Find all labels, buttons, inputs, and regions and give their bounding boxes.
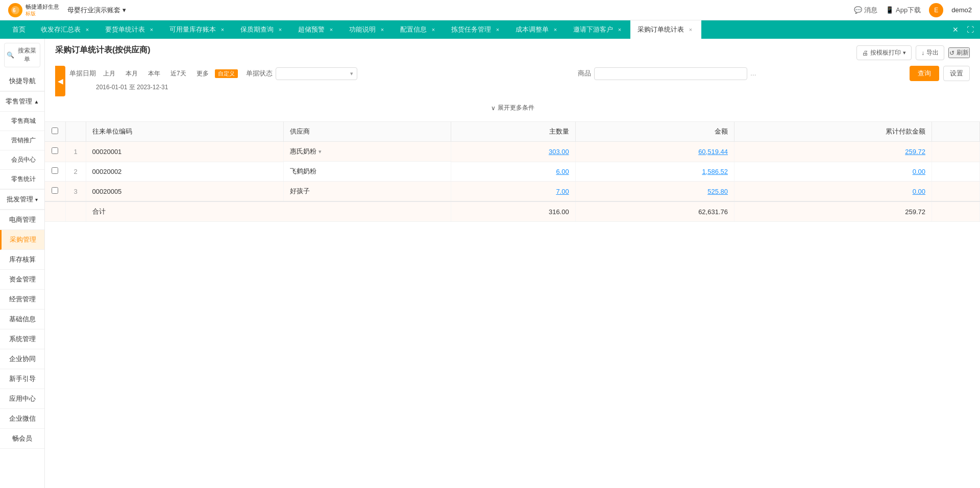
app-download-button[interactable]: 📱 App下载: [886, 6, 921, 15]
expand-more-button[interactable]: ∨ 展开更多条件: [55, 100, 970, 115]
workspace-selector[interactable]: 母婴行业演示账套 ▾: [63, 4, 130, 17]
sidebar-item-retail-stats[interactable]: 零售统计: [0, 170, 44, 189]
close-icon[interactable]: ×: [430, 26, 437, 33]
sidebar-item-retail-mgmt[interactable]: 零售管理 ▲: [0, 92, 44, 112]
print-button[interactable]: 🖨 按模板打印 ▾: [856, 45, 912, 60]
th-amount[interactable]: 金额: [575, 122, 734, 142]
query-button[interactable]: 查询: [910, 66, 939, 81]
close-icon[interactable]: ×: [84, 26, 91, 33]
close-icon[interactable]: ×: [552, 26, 559, 33]
sidebar-item-purchase-mgmt[interactable]: 采购管理: [0, 230, 44, 250]
tab-home[interactable]: 首页: [4, 20, 34, 39]
close-icon[interactable]: ×: [687, 26, 694, 33]
more-options-button[interactable]: …: [750, 70, 756, 77]
tab-expiry-query[interactable]: 保质期查询 ×: [233, 20, 291, 39]
header-top-row: 采购订单统计表(按供应商) 🖨 按模板打印 ▾ ↓ 导出 ↺ 刷新: [55, 45, 970, 61]
tab-invite-downstream[interactable]: 邀请下游客户 ×: [566, 20, 630, 39]
cell-amount[interactable]: 60,519.44: [575, 142, 734, 162]
cell-checkbox: [45, 182, 65, 202]
cell-amount[interactable]: 525.80: [575, 182, 734, 202]
close-icon[interactable]: ×: [494, 26, 501, 33]
sidebar-item-inventory-check[interactable]: 库存核算: [0, 250, 44, 270]
sidebar-item-wholesale-mgmt[interactable]: 批发管理 ▾: [0, 190, 44, 210]
settings-button[interactable]: 设置: [943, 66, 970, 81]
tab-inventory-book[interactable]: 可用量库存账本 ×: [162, 20, 233, 39]
cell-supplier-name: 惠氏奶粉 ▾: [284, 142, 451, 162]
th-supplier-code[interactable]: 往来单位编码: [86, 122, 283, 142]
sidebar-item-ecommerce[interactable]: 电商管理: [0, 210, 44, 230]
table-header: 往来单位编码 供应商 主数量 金额 累计付款金额: [45, 122, 980, 142]
row-checkbox[interactable]: [52, 167, 58, 174]
sidebar-item-ops-mgmt[interactable]: 经营管理: [0, 290, 44, 310]
close-icon[interactable]: ×: [328, 26, 335, 33]
page-content: 采购订单统计表(按供应商) 🖨 按模板打印 ▾ ↓ 导出 ↺ 刷新: [45, 39, 980, 488]
date-shortcut-last-month[interactable]: 上月: [99, 68, 119, 79]
sidebar-item-new-guide[interactable]: 新手引导: [0, 369, 44, 389]
th-paid-amount[interactable]: 累计付款金额: [734, 122, 932, 142]
date-shortcut-last-7days[interactable]: 近7天: [166, 68, 190, 79]
sidebar-item-quick-nav[interactable]: 快捷导航: [0, 71, 44, 91]
tab-function-desc[interactable]: 功能说明 ×: [342, 20, 393, 39]
goods-input[interactable]: [594, 67, 747, 80]
sidebar-section-retail: 零售管理 ▲ 零售商城 营销推广 会员中心 零售统计: [0, 92, 44, 190]
tab-config-info[interactable]: 配置信息 ×: [393, 20, 444, 39]
cell-row-num: 1: [65, 142, 86, 162]
logo-icon: 6: [8, 3, 22, 17]
row-checkbox[interactable]: [52, 147, 58, 154]
cell-main-qty[interactable]: 303.00: [451, 142, 575, 162]
close-all-tabs-icon[interactable]: ✕: [950, 23, 961, 36]
close-icon[interactable]: ×: [379, 26, 386, 33]
footer-spacer: [932, 201, 980, 222]
footer-amount: 62,631.76: [575, 201, 734, 222]
tab-purchase-stat[interactable]: 采购订单统计表 ×: [630, 20, 701, 39]
cell-paid-amount[interactable]: 259.72: [734, 142, 932, 162]
sidebar-item-vip-member[interactable]: 畅会员: [0, 429, 44, 449]
cell-main-qty[interactable]: 6.00: [451, 162, 575, 182]
sidebar-item-member-center[interactable]: 会员中心: [0, 150, 44, 170]
sidebar-item-retail-mall[interactable]: 零售商城: [0, 112, 44, 131]
fullscreen-icon[interactable]: ⛶: [965, 23, 976, 36]
cell-supplier-name: 飞鹤奶粉: [283, 162, 451, 182]
refresh-button[interactable]: ↺ 刷新: [948, 47, 970, 58]
message-button[interactable]: 💬 消息: [854, 6, 877, 15]
close-icon[interactable]: ×: [616, 26, 623, 33]
sidebar-item-app-center[interactable]: 应用中心: [0, 389, 44, 409]
cell-paid-amount[interactable]: 0.00: [734, 182, 932, 202]
th-main-qty[interactable]: 主数量: [451, 122, 575, 142]
filter-main-row: ◀ 单据日期 上月 本月 本年 近7天 更多: [55, 66, 970, 96]
export-button[interactable]: ↓ 导出: [916, 45, 944, 60]
cell-amount[interactable]: 1,586.52: [575, 162, 734, 182]
tab-overstock-warning[interactable]: 超储预警 ×: [291, 20, 342, 39]
date-shortcut-this-month[interactable]: 本月: [121, 68, 142, 79]
row-checkbox[interactable]: [52, 187, 58, 194]
th-checkbox: [45, 122, 65, 142]
sidebar-item-system-mgmt[interactable]: 系统管理: [0, 329, 44, 349]
sidebar-item-marketing[interactable]: 营销推广: [0, 131, 44, 150]
sidebar-item-finance-mgmt[interactable]: 资金管理: [0, 270, 44, 290]
table-row: 1 00020001 惠氏奶粉 ▾ 303.00 60,519.44 259.7…: [45, 142, 980, 162]
th-supplier-name[interactable]: 供应商: [283, 122, 451, 142]
date-shortcut-this-year[interactable]: 本年: [144, 68, 164, 79]
expand-row-icon[interactable]: ▾: [318, 148, 322, 155]
avatar[interactable]: E: [929, 3, 943, 17]
sidebar-item-basic-info[interactable]: 基础信息: [0, 310, 44, 329]
tab-receive-summary[interactable]: 收发存汇总表 ×: [34, 20, 98, 39]
close-icon[interactable]: ×: [148, 26, 155, 33]
select-all-checkbox[interactable]: [52, 127, 58, 134]
chevron-down-icon: ▾: [35, 197, 38, 202]
tab-order-summary[interactable]: 要货单统计表 ×: [98, 20, 162, 39]
sidebar-item-enterprise-collab[interactable]: 企业协同: [0, 349, 44, 369]
cell-paid-amount[interactable]: 0.00: [734, 162, 932, 182]
search-menu-button[interactable]: 🔍 搜索菜单: [4, 43, 40, 67]
tab-cost-adjust[interactable]: 成本调整单 ×: [508, 20, 566, 39]
tab-pick-task[interactable]: 拣货任务管理 ×: [444, 20, 508, 39]
cell-main-qty[interactable]: 7.00: [451, 182, 575, 202]
status-select[interactable]: [276, 67, 357, 80]
filters-content: 单据日期 上月 本月 本年 近7天 更多 自定义: [69, 66, 970, 92]
collapse-filter-button[interactable]: ◀: [55, 66, 65, 96]
date-shortcut-more[interactable]: 更多: [192, 68, 213, 79]
date-custom-badge[interactable]: 自定义: [215, 69, 238, 78]
close-icon[interactable]: ×: [277, 26, 284, 33]
close-icon[interactable]: ×: [219, 26, 226, 33]
sidebar-item-enterprise-wechat[interactable]: 企业微信: [0, 409, 44, 429]
